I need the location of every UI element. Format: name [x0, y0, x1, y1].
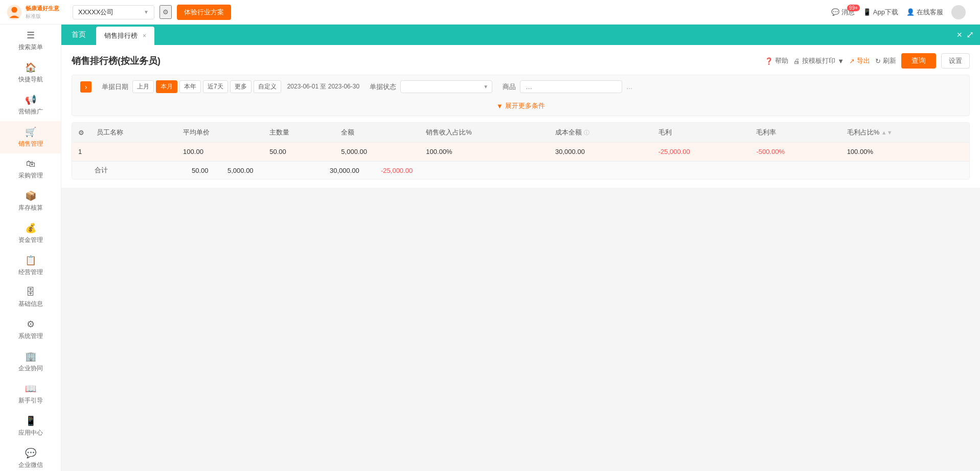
setting-button[interactable]: 设置 — [941, 53, 970, 69]
tab-sales-ranking[interactable]: 销售排行榜 × — [96, 27, 154, 45]
data-table: ⚙ 员工名称 平均单价 主数量 全额 销售收入占比% 成本全额 ⓘ 毛利 毛利率 — [72, 123, 969, 161]
footer-cost: 30,000.00 — [330, 167, 381, 174]
status-filter: 单据状态 ▼ — [370, 80, 492, 93]
sidebar-item-sales[interactable]: 🛒 销售管理 — [0, 121, 61, 153]
sidebar-item-label: 营销推广 — [18, 107, 43, 116]
expand-icon: ▼ — [496, 102, 503, 110]
company-selector[interactable]: XXXXX公司 ▼ — [73, 5, 154, 19]
filter-area: › 单据日期 上月 本月 本年 近7天 更多 自定义 — [72, 75, 970, 116]
date-btn-7days[interactable]: 近7天 — [203, 80, 228, 93]
top-right-area: 💬 消息 99+ 📱 App下载 👤 在线客服 — [831, 5, 974, 19]
col-main-qty: 主数量 — [263, 123, 335, 143]
goods-more-link[interactable]: … — [626, 83, 632, 91]
online-service-button[interactable]: 👤 在线客服 — [906, 8, 943, 17]
message-icon: 💬 — [831, 8, 839, 16]
topbar-settings-button[interactable]: ⚙ — [159, 5, 172, 19]
date-range-display: 2023-06-01 至 2023-06-30 — [287, 82, 359, 91]
svg-point-1 — [11, 7, 17, 12]
inventory-icon: 📦 — [25, 190, 36, 201]
sidebar-item-label: 快捷导航 — [18, 75, 43, 84]
col-gross-rate: 毛利率 — [750, 123, 840, 143]
sidebar-item-enterprise[interactable]: 🏢 企业协同 — [0, 346, 61, 378]
sidebar-item-label: 基础信息 — [18, 300, 43, 308]
cell-gross-rate: -500.00% — [750, 143, 840, 161]
cell-rank: 1 — [72, 143, 90, 161]
online-service-icon: 👤 — [906, 8, 915, 16]
date-btn-this-year[interactable]: 本年 — [179, 80, 201, 93]
enterprise-icon: 🏢 — [25, 351, 36, 362]
sidebar: ☰ 搜索菜单 🏠 快捷导航 📢 营销推广 🛒 销售管理 🛍 采购管理 📦 — [0, 25, 61, 471]
col-cost: 成本全额 ⓘ — [549, 123, 652, 143]
tab-maximize-button[interactable]: ⤢ — [966, 29, 974, 40]
tab-close-window-button[interactable]: × — [956, 30, 962, 40]
filter-row: › 单据日期 上月 本月 本年 近7天 更多 自定义 — [80, 80, 961, 93]
col-gross-pct: 毛利占比% ▲▼ — [841, 123, 969, 143]
date-btn-custom[interactable]: 自定义 — [254, 80, 281, 93]
sidebar-item-label: 销售管理 — [18, 140, 43, 148]
sidebar-item-purchase[interactable]: 🛍 采购管理 — [0, 153, 61, 185]
page-actions: ❓ 帮助 🖨 按模板打印 ▼ ↗ 导出 — [765, 53, 970, 69]
status-select[interactable] — [400, 80, 492, 93]
app-center-icon: 📱 — [25, 415, 36, 427]
query-button[interactable]: 查询 — [901, 53, 936, 69]
footer-total-label: 合计 — [95, 166, 146, 175]
goods-input[interactable] — [520, 80, 622, 93]
sidebar-item-wechat[interactable]: 💬 企业微信 — [0, 442, 61, 471]
message-button[interactable]: 💬 消息 99+ — [831, 8, 855, 17]
table-row: 1 100.00 50.00 5,000.00 100.00% 30,000.0… — [72, 143, 969, 161]
date-buttons: 上月 本月 本年 近7天 更多 自定义 — [132, 80, 281, 93]
sidebar-item-label: 应用中心 — [18, 429, 43, 437]
sidebar-item-label: 采购管理 — [18, 171, 43, 180]
refresh-icon: ↻ — [875, 57, 881, 65]
date-btn-last-month[interactable]: 上月 — [132, 80, 154, 93]
sidebar-item-app-center[interactable]: 📱 应用中心 — [0, 410, 61, 442]
sidebar-item-inventory[interactable]: 📦 库存核算 — [0, 185, 61, 217]
footer-amount: 5,000.00 — [227, 167, 274, 174]
sidebar-item-label: 企业协同 — [18, 364, 43, 373]
date-btn-this-month[interactable]: 本月 — [156, 80, 177, 93]
sidebar-item-basic-info[interactable]: 🗄 基础信息 — [0, 282, 61, 313]
filter-collapse-button[interactable]: › — [80, 81, 92, 93]
date-filter: 单据日期 上月 本月 本年 近7天 更多 自定义 2023-06-01 至 20… — [102, 80, 359, 93]
sidebar-item-finance[interactable]: 💰 资金管理 — [0, 217, 61, 250]
sidebar-item-marketing[interactable]: 📢 营销推广 — [0, 89, 61, 121]
cell-main-qty: 50.00 — [263, 143, 335, 161]
export-icon: ↗ — [849, 57, 855, 65]
sidebar-item-system[interactable]: ⚙ 系统管理 — [0, 313, 61, 346]
expand-conditions-button[interactable]: ▼ 展开更多条件 — [496, 101, 545, 110]
basic-info-icon: 🗄 — [26, 287, 35, 298]
cell-avg-price: 100.00 — [177, 143, 263, 161]
date-btn-more[interactable]: 更多 — [230, 80, 252, 93]
company-dropdown-icon: ▼ — [144, 9, 149, 15]
export-button[interactable]: ↗ 导出 — [849, 56, 870, 65]
template-print-button[interactable]: 🖨 按模板打印 ▼ — [793, 56, 844, 65]
app-download-button[interactable]: 📱 App下载 — [863, 8, 898, 17]
cell-sales-pct: 100.00% — [420, 143, 549, 161]
sidebar-item-operations[interactable]: 📋 经营管理 — [0, 250, 61, 282]
main-area: ☰ 搜索菜单 🏠 快捷导航 📢 营销推广 🛒 销售管理 🛍 采购管理 📦 — [0, 25, 980, 471]
tab-right-actions: × ⤢ — [956, 29, 980, 40]
tab-home[interactable]: 首页 — [61, 25, 96, 45]
help-button[interactable]: ❓ 帮助 — [765, 56, 788, 65]
sidebar-item-guide[interactable]: 📖 新手引导 — [0, 378, 61, 410]
trial-button[interactable]: 体验行业方案 — [177, 5, 231, 20]
logo-icon — [6, 4, 22, 20]
cell-amount: 5,000.00 — [335, 143, 420, 161]
page-inner: 销售排行榜(按业务员) ❓ 帮助 🖨 按模板打印 ▼ — [61, 45, 980, 188]
table-footer: 合计 50.00 5,000.00 30,000.00 -25,000.00 — [72, 161, 969, 179]
refresh-button[interactable]: ↻ 刷新 — [875, 56, 896, 65]
table-wrap: ⚙ 员工名称 平均单价 主数量 全额 销售收入占比% 成本全额 ⓘ 毛利 毛利率 — [72, 122, 970, 180]
sidebar-item-search-orders[interactable]: ☰ 搜索菜单 — [0, 25, 61, 57]
avatar[interactable] — [951, 5, 966, 19]
top-bar: 畅康通好生意标准版 XXXXX公司 ▼ ⚙ 体验行业方案 💬 消息 99+ 📱 … — [0, 0, 980, 25]
guide-icon: 📖 — [25, 383, 36, 394]
cell-gross: -25,000.00 — [652, 143, 750, 161]
col-amount: 全额 — [335, 123, 420, 143]
logo-area: 畅康通好生意标准版 — [6, 4, 67, 20]
sidebar-item-label: 系统管理 — [18, 332, 43, 341]
sidebar-item-quick-nav[interactable]: 🏠 快捷导航 — [0, 57, 61, 89]
sales-icon: 🛒 — [25, 126, 36, 138]
page-title: 销售排行榜(按业务员) — [72, 55, 161, 67]
tab-close-icon[interactable]: × — [143, 32, 146, 39]
col-avg-price: 平均单价 — [177, 123, 263, 143]
